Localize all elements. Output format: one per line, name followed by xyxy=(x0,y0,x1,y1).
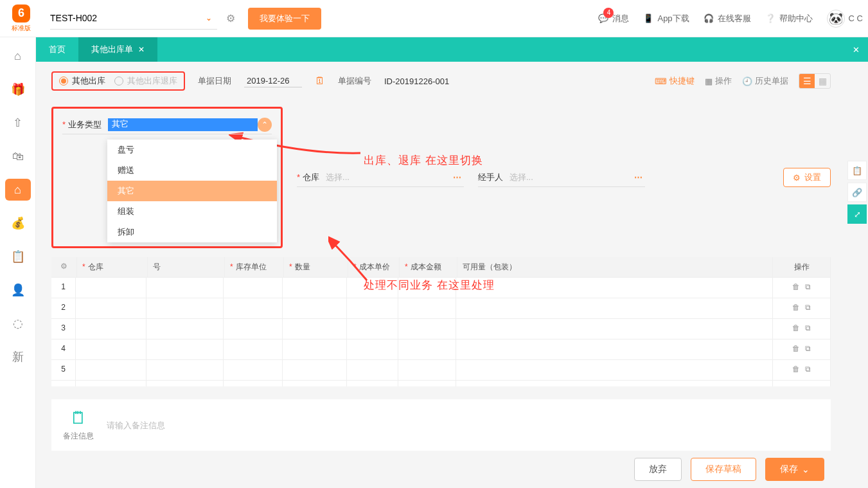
headset-icon: 🎧 xyxy=(704,14,714,23)
try-button[interactable]: 我要体验一下 xyxy=(248,8,321,30)
help-link[interactable]: ❔ 帮助中心 xyxy=(765,13,813,24)
user-name: C C xyxy=(849,14,863,23)
company-input[interactable] xyxy=(50,13,200,23)
messages-badge: 4 xyxy=(603,8,614,18)
app-download-label: App下载 xyxy=(657,13,689,24)
help-label: 帮助中心 xyxy=(779,13,813,24)
gear-icon[interactable]: ⚙ xyxy=(226,12,235,24)
app-download-link[interactable]: 📱 App下载 xyxy=(643,13,689,24)
edition-label: 标准版 xyxy=(5,24,37,33)
service-label: 在线客服 xyxy=(718,13,751,24)
topbar-right: 💬 消息 4 📱 App下载 🎧 在线客服 ❔ 帮助中心 🐼 C C xyxy=(598,10,863,28)
logo[interactable]: 6 标准版 xyxy=(5,5,37,33)
chevron-down-icon[interactable]: ⌄ xyxy=(200,14,217,23)
logo-icon: 6 xyxy=(12,5,30,23)
service-link[interactable]: 🎧 在线客服 xyxy=(704,13,751,24)
phone-icon: 📱 xyxy=(643,14,653,23)
help-icon: ❔ xyxy=(765,14,775,23)
user-menu[interactable]: 🐼 C C xyxy=(827,10,863,28)
company-select[interactable]: ⌄ xyxy=(50,8,217,30)
messages-label: 消息 xyxy=(612,13,629,24)
messages-link[interactable]: 💬 消息 4 xyxy=(598,13,629,24)
topbar: 6 标准版 ⌄ ⚙ 我要体验一下 💬 消息 4 📱 App下载 🎧 在线客服 ❔… xyxy=(0,0,868,37)
avatar-icon: 🐼 xyxy=(827,10,845,28)
